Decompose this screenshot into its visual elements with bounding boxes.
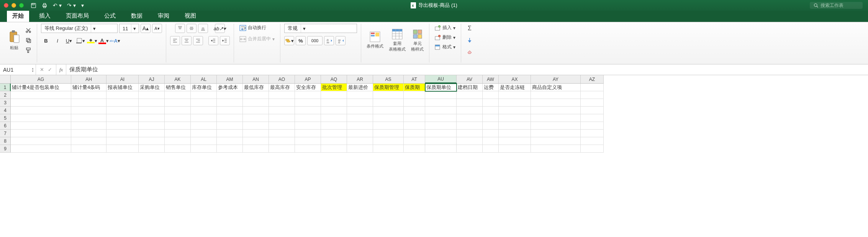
cell-AJ5[interactable] — [139, 114, 165, 122]
cell-AT5[interactable] — [404, 114, 425, 122]
cell-AG1[interactable]: 辅计量4是否包装单位 — [11, 84, 71, 91]
cell-AZ9[interactable] — [581, 145, 604, 153]
cell-AR8[interactable] — [347, 137, 373, 145]
cell-AM7[interactable] — [217, 130, 243, 137]
cell-AQ9[interactable] — [321, 145, 347, 153]
cell-AW6[interactable] — [483, 122, 499, 130]
column-header-AH[interactable]: AH — [71, 75, 106, 83]
wrap-text-button[interactable]: 自动换行 — [238, 24, 276, 32]
row-header-7[interactable]: 7 — [0, 130, 11, 137]
cell-AX1[interactable]: 是否走冻链 — [499, 84, 531, 91]
cell-AW7[interactable] — [483, 130, 499, 137]
row-header-9[interactable]: 9 — [0, 145, 11, 153]
cell-AS2[interactable] — [373, 91, 404, 99]
redo-button[interactable]: ↷ ▾ — [67, 2, 76, 8]
cell-AI4[interactable] — [106, 107, 139, 114]
cell-AZ3[interactable] — [581, 99, 604, 107]
cell-AR1[interactable]: 最新进价 — [347, 84, 373, 91]
cell-AM5[interactable] — [217, 114, 243, 122]
cell-AR3[interactable] — [347, 99, 373, 107]
merge-center-button[interactable]: 合并后居中 ▾ — [238, 35, 276, 43]
cell-AS7[interactable] — [373, 130, 404, 137]
cell-AM1[interactable]: 参考成本 — [217, 84, 243, 91]
increase-font-button[interactable]: A▴ — [141, 24, 151, 33]
cell-AG2[interactable] — [11, 91, 71, 99]
cell-AM3[interactable] — [217, 99, 243, 107]
cell-AI1[interactable]: 报表辅单位 — [106, 84, 139, 91]
column-header-AQ[interactable]: AQ — [321, 75, 347, 83]
cell-AL3[interactable] — [191, 99, 217, 107]
cell-AP1[interactable]: 安全库存 — [295, 84, 321, 91]
cell-AK9[interactable] — [165, 145, 191, 153]
paste-button[interactable]: 粘贴 — [7, 29, 21, 51]
cell-AH4[interactable] — [71, 107, 106, 114]
cell-AH2[interactable] — [71, 91, 106, 99]
cell-AL9[interactable] — [191, 145, 217, 153]
cell-AX8[interactable] — [499, 137, 531, 145]
increase-indent-button[interactable] — [220, 36, 230, 45]
cell-AL1[interactable]: 库存单位 — [191, 84, 217, 91]
cell-AX4[interactable] — [499, 107, 531, 114]
cell-AW9[interactable] — [483, 145, 499, 153]
cell-AJ8[interactable] — [139, 137, 165, 145]
autosum-button[interactable]: Σ — [465, 24, 474, 33]
cell-AX2[interactable] — [499, 91, 531, 99]
maximize-window-button[interactable] — [19, 3, 24, 8]
cell-AR4[interactable] — [347, 107, 373, 114]
cell-AN9[interactable] — [243, 145, 269, 153]
cell-AN2[interactable] — [243, 91, 269, 99]
align-bottom-button[interactable] — [198, 24, 208, 33]
cell-AH3[interactable] — [71, 99, 106, 107]
minimize-window-button[interactable] — [11, 3, 16, 8]
cell-AV8[interactable] — [457, 137, 483, 145]
decrease-indent-button[interactable] — [208, 36, 218, 45]
column-header-AM[interactable]: AM — [217, 75, 243, 83]
cell-AT6[interactable] — [404, 122, 425, 130]
cell-AL7[interactable] — [191, 130, 217, 137]
font-color-button[interactable]: A▾ — [98, 36, 108, 45]
font-size-dropdown[interactable]: 11▾ — [119, 24, 139, 33]
cell-AG7[interactable] — [11, 130, 71, 137]
cell-AO3[interactable] — [269, 99, 295, 107]
search-input[interactable] — [821, 3, 859, 8]
phonetic-button[interactable]: abcA▾ — [110, 36, 120, 45]
format-cells-button[interactable]: 格式 ▾ — [433, 43, 457, 51]
cell-AZ4[interactable] — [581, 107, 604, 114]
cell-styles-button[interactable]: 单元 格样式 — [409, 28, 425, 53]
cell-AP2[interactable] — [295, 91, 321, 99]
cell-AI2[interactable] — [106, 91, 139, 99]
cell-AV5[interactable] — [457, 114, 483, 122]
format-painter-button[interactable] — [24, 46, 33, 55]
cell-AX5[interactable] — [499, 114, 531, 122]
cell-AU5[interactable] — [425, 114, 457, 122]
tab-插入[interactable]: 插入 — [34, 10, 56, 22]
row-header-5[interactable]: 5 — [0, 114, 11, 122]
cell-AO4[interactable] — [269, 107, 295, 114]
cell-AT2[interactable] — [404, 91, 425, 99]
cell-AS9[interactable] — [373, 145, 404, 153]
undo-button[interactable]: ↶ ▾ — [53, 2, 62, 8]
formula-input[interactable]: 保质期单位 — [66, 64, 868, 75]
cell-AY3[interactable] — [531, 99, 581, 107]
decrease-decimal-button[interactable]: .00.0 — [336, 36, 346, 45]
cell-AX7[interactable] — [499, 130, 531, 137]
cell-AU1[interactable]: 保质期单位 — [425, 84, 457, 91]
cell-AM6[interactable] — [217, 122, 243, 130]
cell-AP6[interactable] — [295, 122, 321, 130]
cell-AU8[interactable] — [425, 137, 457, 145]
fill-color-button[interactable]: ▾ — [87, 36, 97, 45]
cell-AW5[interactable] — [483, 114, 499, 122]
cell-AS5[interactable] — [373, 114, 404, 122]
clear-button[interactable] — [465, 47, 474, 56]
cell-AK5[interactable] — [165, 114, 191, 122]
print-icon[interactable] — [42, 3, 47, 8]
cell-AM9[interactable] — [217, 145, 243, 153]
align-left-button[interactable] — [170, 36, 180, 45]
cell-AS3[interactable] — [373, 99, 404, 107]
cell-AT3[interactable] — [404, 99, 425, 107]
cell-AQ2[interactable] — [321, 91, 347, 99]
cell-AY9[interactable] — [531, 145, 581, 153]
cell-AT7[interactable] — [404, 130, 425, 137]
cell-AJ2[interactable] — [139, 91, 165, 99]
tab-公式[interactable]: 公式 — [99, 10, 121, 22]
